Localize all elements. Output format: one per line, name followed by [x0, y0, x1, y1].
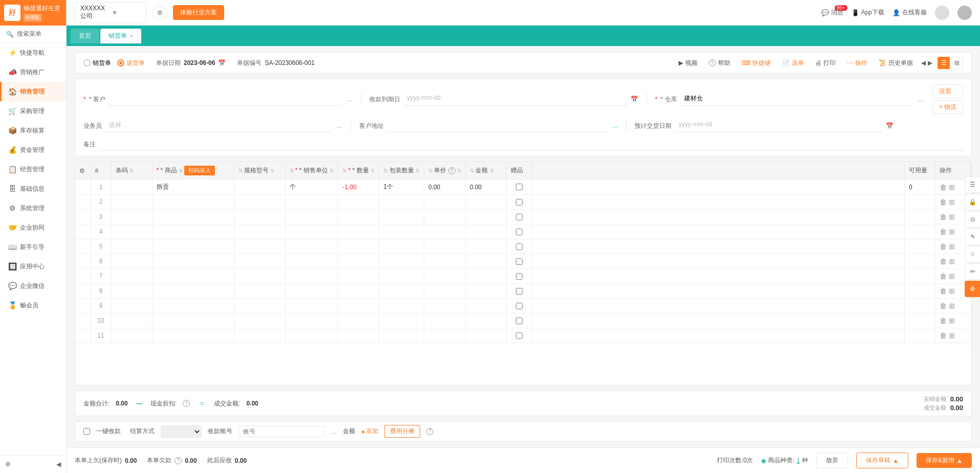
row-qty-cell[interactable]: [338, 313, 379, 328]
row-copy-icon[interactable]: ⊞: [949, 257, 955, 265]
row-copy-icon[interactable]: ⊞: [949, 331, 955, 340]
customer-lookup-icon[interactable]: …: [346, 96, 353, 103]
radio-return-order[interactable]: 退货单: [117, 59, 145, 67]
row-product-cell[interactable]: [152, 299, 234, 313]
salesperson-lookup-icon[interactable]: …: [336, 122, 342, 129]
row-unit-cell[interactable]: [285, 239, 338, 254]
row-spec-cell[interactable]: [234, 224, 285, 239]
row-spec-cell[interactable]: [234, 343, 285, 347]
payment-calendar-icon[interactable]: 📅: [630, 96, 638, 103]
row-pack-qty-cell[interactable]: [379, 284, 424, 299]
row-gift-cell[interactable]: [506, 239, 532, 254]
row-barcode-cell[interactable]: [111, 269, 152, 284]
row-gift-cell[interactable]: [506, 299, 532, 313]
row-copy-icon[interactable]: ⊞: [949, 287, 955, 295]
row-product-cell[interactable]: [152, 195, 234, 210]
row-unit-price-cell[interactable]: [424, 254, 465, 269]
notes-input[interactable]: [99, 138, 963, 151]
gift-checkbox[interactable]: [516, 303, 522, 309]
row-pack-qty-cell[interactable]: [379, 239, 424, 254]
user-avatar[interactable]: [935, 6, 949, 20]
float-btn-1[interactable]: ☰: [965, 176, 980, 193]
table-scroll-container[interactable]: ⚙ # 条码 ⇅ * * 商品 ⇅ 扫码录入: [75, 162, 971, 346]
row-delete-icon[interactable]: 🗑: [940, 213, 947, 221]
salesperson-input[interactable]: 选择...: [105, 119, 331, 132]
search-menu-item[interactable]: 🔍 搜索菜单: [0, 26, 66, 43]
row-product-cell[interactable]: [152, 284, 234, 299]
warehouse-input[interactable]: 建材仓: [680, 93, 913, 106]
row-gift-cell[interactable]: [506, 284, 532, 299]
float-btn-3[interactable]: ⊙: [965, 211, 980, 228]
row-gift-cell[interactable]: [506, 269, 532, 284]
row-gift-cell[interactable]: [506, 313, 532, 328]
row-unit-cell[interactable]: [285, 210, 338, 224]
scan-button[interactable]: 扫码录入: [184, 166, 215, 175]
sidebar-item-operations[interactable]: 📋 经营管理: [0, 160, 66, 179]
row-unit-price-cell[interactable]: [424, 328, 465, 343]
row-unit-cell[interactable]: [285, 269, 338, 284]
row-delete-icon[interactable]: 🗑: [940, 257, 947, 265]
date-calendar-icon[interactable]: 📅: [218, 59, 226, 66]
warehouse-lookup-icon[interactable]: …: [918, 96, 924, 103]
tab-sales-order[interactable]: 销货单 ×: [100, 29, 141, 43]
row-qty-cell[interactable]: [338, 299, 379, 313]
row-unit-price-cell[interactable]: [424, 195, 465, 210]
gift-checkbox[interactable]: [516, 258, 522, 265]
sidebar-item-system[interactable]: ⚙ 系统管理: [0, 198, 66, 218]
sidebar-item-marketing[interactable]: 📣 营销推广: [0, 62, 66, 82]
row-unit-price-cell[interactable]: [424, 224, 465, 239]
spec-sort-icon-left[interactable]: ⇅: [238, 168, 243, 173]
row-unit-cell[interactable]: [285, 195, 338, 210]
row-pack-qty-cell[interactable]: [379, 269, 424, 284]
user-avatar-2[interactable]: [957, 6, 972, 20]
one-click-payment-checkbox[interactable]: [83, 428, 90, 435]
row-product-cell[interactable]: 拆贡: [152, 179, 234, 195]
row-delete-icon[interactable]: 🗑: [940, 183, 947, 191]
row-unit-price-cell[interactable]: [424, 299, 465, 313]
payment-due-input[interactable]: yyyy-mm-dd: [403, 93, 628, 106]
row-spec-cell[interactable]: [234, 313, 285, 328]
row-gift-cell[interactable]: [506, 179, 532, 195]
tab-close-icon[interactable]: ×: [130, 33, 133, 39]
row-pack-qty-cell[interactable]: [379, 254, 424, 269]
row-copy-icon[interactable]: ⊞: [949, 198, 955, 206]
row-copy-icon[interactable]: ⊞: [949, 183, 955, 191]
row-unit-cell[interactable]: [285, 313, 338, 328]
row-copy-icon[interactable]: ⊞: [949, 317, 955, 325]
row-amount-cell[interactable]: [465, 313, 506, 328]
row-gift-cell[interactable]: [506, 224, 532, 239]
row-delete-icon[interactable]: 🗑: [940, 331, 947, 340]
row-barcode-cell[interactable]: [111, 313, 152, 328]
spec-sort-icon[interactable]: ⇅: [270, 168, 274, 173]
col-settings[interactable]: ⚙: [75, 162, 91, 179]
float-btn-5[interactable]: ☆: [965, 246, 980, 262]
row-spec-cell[interactable]: [234, 195, 285, 210]
row-amount-cell[interactable]: [465, 284, 506, 299]
row-delete-icon[interactable]: 🗑: [940, 287, 947, 295]
row-unit-cell[interactable]: [285, 224, 338, 239]
row-spec-cell[interactable]: [234, 269, 285, 284]
row-unit-cell[interactable]: [285, 328, 338, 343]
gift-checkbox[interactable]: [516, 332, 522, 339]
gift-checkbox[interactable]: [516, 229, 522, 235]
row-qty-cell[interactable]: [338, 195, 379, 210]
row-pack-qty-cell[interactable]: [379, 299, 424, 313]
gift-checkbox[interactable]: [516, 184, 522, 190]
discard-button[interactable]: 放弃: [816, 453, 848, 468]
add-payment-btn[interactable]: ● 添加: [361, 427, 378, 436]
row-pack-qty-cell[interactable]: [379, 313, 424, 328]
unit-price-help-icon[interactable]: ?: [448, 167, 455, 174]
float-btn-6[interactable]: ✏: [965, 263, 980, 280]
row-amount-cell[interactable]: [465, 254, 506, 269]
row-product-cell[interactable]: [152, 254, 234, 269]
row-product-cell[interactable]: [152, 239, 234, 254]
row-delete-icon[interactable]: 🗑: [940, 272, 947, 280]
radio-sale-order[interactable]: 销货单: [83, 59, 111, 67]
sidebar-item-wechat[interactable]: 💬 企业微信: [0, 276, 66, 296]
logistics-btn[interactable]: + 物流: [932, 100, 963, 114]
row-qty-cell[interactable]: [338, 343, 379, 347]
sidebar-settings-icon[interactable]: ⚙: [5, 461, 11, 468]
row-unit-cell[interactable]: [285, 284, 338, 299]
history-btn[interactable]: 📜 历史单据: [876, 58, 916, 69]
sidebar-item-newbie[interactable]: 📖 新手引导: [0, 237, 66, 257]
